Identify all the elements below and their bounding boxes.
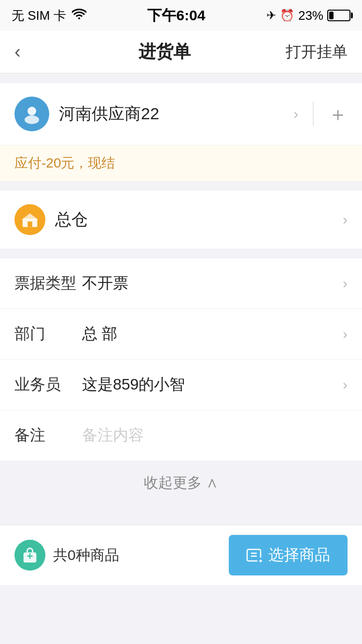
supplier-name: 河南供应商22 xyxy=(59,103,293,125)
warehouse-name: 总仓 xyxy=(55,209,338,231)
warehouse-row[interactable]: 总仓 › xyxy=(0,191,362,249)
bottom-bar: 共0种商品 选择商品 xyxy=(0,525,362,585)
nav-bar: ‹ 进货单 打开挂单 xyxy=(0,31,362,73)
warehouse-icon xyxy=(14,204,45,235)
warehouse-card: 总仓 › xyxy=(0,191,362,249)
product-bag-icon xyxy=(14,540,45,571)
alarm-icon: ⏰ xyxy=(280,9,294,22)
product-count-wrap: 共0种商品 xyxy=(14,540,119,571)
section-gap-2 xyxy=(0,181,362,191)
section-gap-4 xyxy=(0,505,362,515)
department-label: 部门 xyxy=(14,323,82,345)
battery-percent: 23% xyxy=(298,8,323,23)
page-title: 进货单 xyxy=(139,40,191,64)
invoice-row[interactable]: 票据类型 不开票 › xyxy=(0,258,362,309)
select-product-button[interactable]: 选择商品 xyxy=(229,535,348,575)
supplier-notice-text: 应付-20元，现结 xyxy=(14,155,115,170)
page-background xyxy=(0,585,362,644)
supplier-row[interactable]: 河南供应商22 › ＋ xyxy=(0,83,362,145)
department-value: 总 部 xyxy=(82,323,338,345)
remark-row[interactable]: 备注 备注内容 xyxy=(0,410,362,461)
location-icon: ✈ xyxy=(266,9,276,22)
salesman-row[interactable]: 业务员 这是859的小智 › xyxy=(0,360,362,410)
collapse-label: 收起更多 ∧ xyxy=(144,473,218,493)
supplier-divider xyxy=(313,102,314,126)
invoice-chevron-icon: › xyxy=(343,275,348,292)
department-chevron-icon: › xyxy=(343,326,348,342)
svg-point-1 xyxy=(25,115,39,124)
warehouse-chevron-icon: › xyxy=(343,211,348,228)
remark-label: 备注 xyxy=(14,425,82,446)
supplier-chevron-icon: › xyxy=(293,106,298,122)
invoice-label: 票据类型 xyxy=(14,273,82,294)
invoice-value: 不开票 xyxy=(82,273,338,294)
product-count-text: 共0种商品 xyxy=(53,546,119,565)
back-button[interactable]: ‹ xyxy=(14,42,43,62)
status-right: ✈ ⏰ 23% xyxy=(266,8,350,23)
supplier-card: 河南供应商22 › ＋ 应付-20元，现结 xyxy=(0,83,362,181)
supplier-notice-banner: 应付-20元，现结 xyxy=(0,145,362,181)
section-gap-3 xyxy=(0,249,362,258)
wifi-icon xyxy=(72,9,86,22)
battery-icon xyxy=(327,10,350,21)
status-time: 下午6:04 xyxy=(147,6,205,26)
carrier-text: 无 SIM 卡 xyxy=(12,7,66,24)
select-product-icon xyxy=(246,546,264,564)
remark-input[interactable]: 备注内容 xyxy=(82,425,348,446)
salesman-label: 业务员 xyxy=(14,374,82,395)
select-product-label: 选择商品 xyxy=(268,545,330,566)
collapse-row[interactable]: 收起更多 ∧ xyxy=(0,461,362,505)
salesman-chevron-icon: › xyxy=(343,377,348,393)
add-supplier-button[interactable]: ＋ xyxy=(328,101,348,127)
battery-fill xyxy=(329,12,334,19)
salesman-value: 这是859的小智 xyxy=(82,374,338,395)
form-section: 票据类型 不开票 › 部门 总 部 › 业务员 这是859的小智 › 备注 备注… xyxy=(0,258,362,461)
supplier-avatar xyxy=(14,97,49,131)
status-bar: 无 SIM 卡 下午6:04 ✈ ⏰ 23% xyxy=(0,0,362,31)
status-left: 无 SIM 卡 xyxy=(12,7,86,24)
department-row[interactable]: 部门 总 部 › xyxy=(0,309,362,360)
section-gap-1 xyxy=(0,73,362,83)
svg-rect-4 xyxy=(28,222,32,227)
svg-marker-3 xyxy=(22,213,38,220)
svg-point-0 xyxy=(28,107,36,115)
open-pending-button[interactable]: 打开挂单 xyxy=(286,42,348,63)
